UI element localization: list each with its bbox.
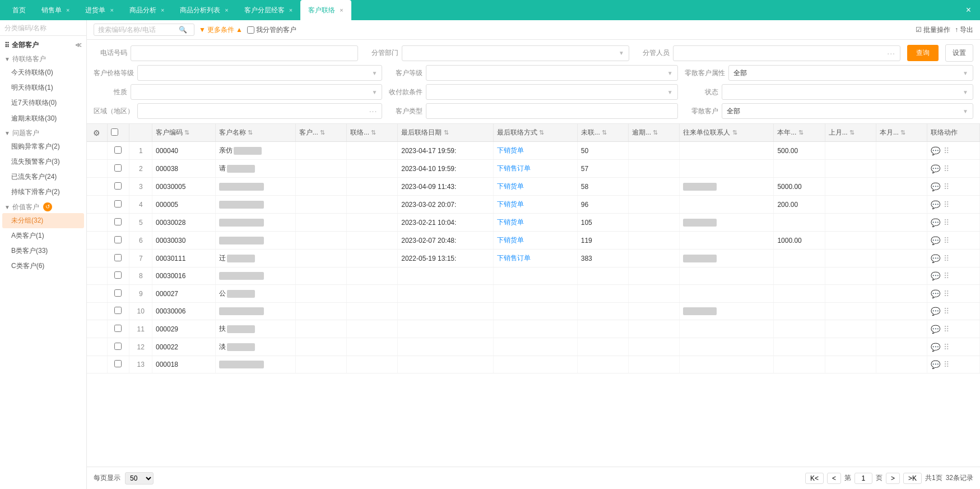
filter-search-input[interactable] <box>98 26 177 34</box>
sort-way-icon[interactable]: ⇅ <box>539 129 544 136</box>
qr-icon[interactable]: ⠿ <box>944 218 949 227</box>
field-status-input[interactable]: ▼ <box>722 84 973 100</box>
th-not-contacted[interactable]: 未联... ⇅ <box>577 124 628 142</box>
window-close-button[interactable]: × <box>962 5 976 15</box>
query-button[interactable]: 查询 <box>907 45 939 61</box>
row-checkbox[interactable] <box>114 307 122 314</box>
th-type[interactable]: 客户... ⇅ <box>295 124 346 142</box>
tab-purchase[interactable]: 进货单 × <box>77 0 121 20</box>
qr-icon[interactable]: ⠿ <box>944 325 949 334</box>
row-checkbox[interactable] <box>114 325 122 332</box>
th-contact[interactable]: 联络... ⇅ <box>347 124 398 142</box>
sidebar-item-group-a[interactable]: A类客户(1) <box>0 228 86 243</box>
tab-goods-analysis[interactable]: 商品分析 × <box>122 0 172 20</box>
last-way-link[interactable]: 下销售订单 <box>497 254 531 262</box>
field-phone-input[interactable] <box>131 45 358 61</box>
field-retail-input[interactable]: 全部 ▼ <box>722 103 973 119</box>
field-nature-input[interactable]: ▼ <box>131 84 382 100</box>
sidebar-item-unusual-purchase[interactable]: 囤购异常客户(2) <box>0 139 86 154</box>
qr-icon[interactable]: ⠿ <box>944 182 949 191</box>
qr-icon[interactable]: ⠿ <box>944 307 949 316</box>
row-checkbox[interactable] <box>114 289 122 297</box>
sort-contact-icon[interactable]: ⇅ <box>371 129 376 136</box>
sidebar-item-lost[interactable]: 已流失客户(24) <box>0 169 86 184</box>
sidebar-item-today-pending[interactable]: 今天待联络(0) <box>0 65 86 80</box>
sidebar-item-continuous-drop[interactable]: 持续下滑客户(2) <box>0 184 86 200</box>
th-last-date[interactable]: 最后联络日期 ⇅ <box>398 124 494 142</box>
row-checkbox[interactable] <box>114 236 122 243</box>
page-number-input[interactable] <box>854 473 872 484</box>
chat-icon[interactable]: 💬 <box>931 325 940 334</box>
sort-tm-icon[interactable]: ⇅ <box>900 129 905 136</box>
qr-icon[interactable]: ⠿ <box>944 289 949 298</box>
row-checkbox[interactable] <box>114 164 122 172</box>
sidebar-item-ungrouped[interactable]: 未分组(32) <box>2 213 84 228</box>
row-checkbox[interactable] <box>114 254 122 261</box>
field-dept-input[interactable]: ▼ <box>402 45 629 61</box>
qr-icon[interactable]: ⠿ <box>944 164 949 173</box>
row-checkbox[interactable] <box>114 343 122 350</box>
last-way-link[interactable]: 下销货单 <box>497 200 524 208</box>
sort-name-icon[interactable]: ⇅ <box>248 129 253 136</box>
field-person-input[interactable]: ··· <box>673 45 900 61</box>
last-way-link[interactable]: 下销货单 <box>497 218 524 226</box>
sort-date-icon[interactable]: ⇅ <box>444 129 449 136</box>
sidebar-item-near7-pending[interactable]: 近7天待联络(0) <box>0 95 86 110</box>
sidebar-item-group-b[interactable]: B类客户(33) <box>0 243 86 259</box>
filter-search-icon[interactable]: 🔍 <box>179 26 187 34</box>
th-this-month[interactable]: 本月... ⇅ <box>876 124 927 142</box>
last-way-link[interactable]: 下销货单 <box>497 236 524 244</box>
my-customers-checkbox[interactable] <box>247 26 254 34</box>
row-checkbox[interactable] <box>114 182 122 190</box>
next-page-button[interactable]: > <box>886 473 900 484</box>
last-page-button[interactable]: >K <box>903 473 922 484</box>
tab-goods-list-close[interactable]: × <box>225 0 228 20</box>
th-external-contact[interactable]: 往来单位联系人 ⇅ <box>680 124 774 142</box>
tab-customer-segment-close[interactable]: × <box>289 0 292 20</box>
chat-icon[interactable]: 💬 <box>931 182 940 191</box>
last-way-link[interactable]: 下销货单 <box>497 146 524 154</box>
chat-icon[interactable]: 💬 <box>931 236 940 245</box>
collapse-icon[interactable]: ≪ <box>75 41 82 49</box>
th-overdue[interactable]: 逾期... ⇅ <box>629 124 680 142</box>
sidebar-all-customers[interactable]: ⠿ 全部客户 ≪ <box>0 36 86 52</box>
chat-icon[interactable]: 💬 <box>931 254 940 263</box>
row-checkbox[interactable] <box>114 360 122 367</box>
tab-customer-contact[interactable]: 客户联络 × <box>300 0 351 20</box>
chat-icon[interactable]: 💬 <box>931 164 940 173</box>
my-customers-checkbox-container[interactable]: 我分管的客户 <box>247 25 296 35</box>
chat-icon[interactable]: 💬 <box>931 218 940 227</box>
sidebar-search-input[interactable] <box>4 24 87 32</box>
field-retail-attr-input[interactable]: 全部 ▼ <box>728 65 973 81</box>
chat-icon[interactable]: 💬 <box>931 271 940 280</box>
row-checkbox[interactable] <box>114 146 122 154</box>
sort-code-icon[interactable]: ⇅ <box>184 129 189 136</box>
tab-sales[interactable]: 销售单 × <box>34 0 77 20</box>
sidebar-item-flow-loss[interactable]: 流失预警客户(3) <box>0 154 86 169</box>
qr-icon[interactable]: ⠿ <box>944 360 949 369</box>
th-this-year[interactable]: 本年... ⇅ <box>774 124 825 142</box>
sidebar-item-overdue-pending[interactable]: 逾期未联络(30) <box>0 111 86 126</box>
last-way-link[interactable]: 下销货单 <box>497 182 524 190</box>
tab-customer-contact-close[interactable]: × <box>340 0 343 20</box>
qr-icon[interactable]: ⠿ <box>944 146 949 155</box>
tab-goods-analysis-close[interactable]: × <box>161 0 164 20</box>
chat-icon[interactable]: 💬 <box>931 289 940 298</box>
row-checkbox[interactable] <box>114 218 122 225</box>
field-region-input[interactable]: ··· <box>137 103 382 119</box>
th-name[interactable]: 客户名称 ⇅ <box>215 124 295 142</box>
field-customer-type-input[interactable] <box>426 103 677 119</box>
prev-page-button[interactable]: < <box>827 473 841 484</box>
th-gear[interactable]: ⚙ <box>87 124 107 142</box>
tab-purchase-close[interactable]: × <box>110 0 113 20</box>
qr-icon[interactable]: ⠿ <box>944 343 949 352</box>
qr-icon[interactable]: ⠿ <box>944 236 949 245</box>
gear-icon[interactable]: ⚙ <box>93 128 100 137</box>
select-all-checkbox[interactable] <box>111 128 118 136</box>
sort-ty-icon[interactable]: ⇅ <box>798 129 803 136</box>
th-last-month[interactable]: 上月... ⇅ <box>825 124 876 142</box>
tab-goods-list[interactable]: 商品分析列表 × <box>172 0 236 20</box>
sidebar-item-group-c[interactable]: C类客户(6) <box>0 259 86 274</box>
field-customer-level-input[interactable]: ▼ <box>426 65 677 81</box>
sort-overdue-icon[interactable]: ⇅ <box>653 129 658 136</box>
